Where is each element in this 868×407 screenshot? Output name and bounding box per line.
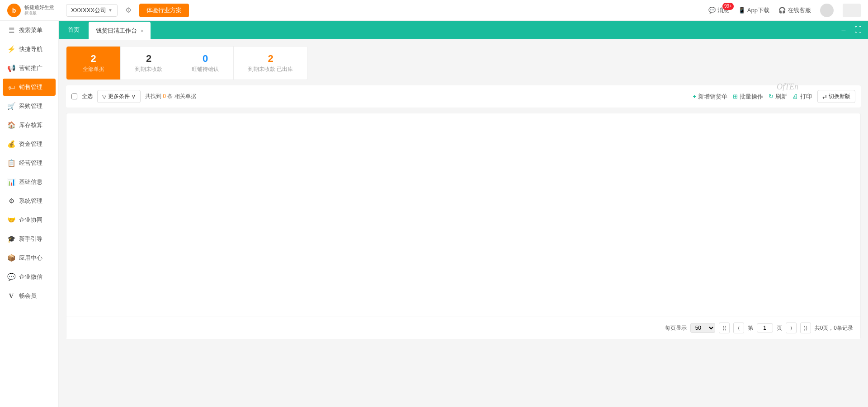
tab-active-label: 钱货日清工作台 — [96, 27, 137, 35]
prev-page-button[interactable]: ⟨ — [733, 323, 744, 333]
page-label: 第 — [748, 324, 753, 332]
sidebar-item-wechat[interactable]: 💬 企业微信 — [0, 267, 58, 286]
select-all-label: 全选 — [82, 93, 93, 100]
messages-badge: 99+ — [722, 3, 734, 10]
plus-icon: + — [693, 93, 696, 100]
stat-number-overdue-out: 2 — [248, 53, 293, 65]
sidebar-item-label: 企业协同 — [19, 216, 42, 224]
sidebar-item-system[interactable]: ⚙ 系统管理 — [0, 192, 58, 211]
header-right: 💬 消息 99+ 📱 App下载 🎧 在线客服 — [708, 4, 861, 17]
sidebar-item-basic-info[interactable]: 📊 基础信息 — [0, 173, 58, 192]
sidebar-item-label: 应用中心 — [19, 254, 42, 262]
sidebar-item-search-menu[interactable]: ☰ 搜索菜单 — [0, 21, 58, 40]
sidebar-item-label: 资金管理 — [19, 140, 42, 148]
app-download-button[interactable]: 📱 App下载 — [738, 6, 769, 14]
sidebar-item-quick-nav[interactable]: ⚡ 快捷导航 — [0, 40, 58, 59]
operations-icon: 📋 — [7, 159, 15, 167]
sidebar-item-label: 采购管理 — [19, 102, 42, 110]
company-name: XXXXXX公司 — [71, 6, 106, 14]
per-page-label: 每页显示 — [665, 324, 687, 332]
trial-button[interactable]: 体验行业方案 — [139, 4, 189, 17]
sidebar-item-purchase[interactable]: 🛒 采购管理 — [0, 97, 58, 116]
online-service-button[interactable]: 🎧 在线客服 — [778, 6, 811, 14]
first-page-button[interactable]: ⟨⟨ — [719, 323, 730, 333]
user-menu[interactable] — [843, 4, 861, 17]
filter-dropdown-icon: ∨ — [132, 94, 136, 100]
avatar[interactable] — [820, 4, 834, 17]
watermark-text: OfTEn — [777, 82, 798, 92]
print-icon: 🖨 — [793, 93, 798, 100]
next-page-button[interactable]: ⟩ — [786, 323, 797, 333]
messages-button[interactable]: 💬 消息 99+ — [708, 6, 729, 14]
sidebar-item-member[interactable]: V 畅会员 — [0, 286, 58, 305]
sidebar-item-finance[interactable]: 💰 资金管理 — [0, 135, 58, 154]
table-area: 每页显示 50 10 20 100 ⟨⟨ ⟨ 第 页 ⟩ ⟩⟩ 共0页，0条记录 — [66, 113, 861, 339]
download-icon: 📱 — [738, 7, 745, 14]
stat-label-overdue: 到期未收款 — [135, 65, 162, 73]
stat-card-overdue[interactable]: 2 到期未收款 — [121, 47, 177, 80]
online-service-label: 在线客服 — [788, 6, 811, 14]
switch-new-version-button[interactable]: ⇄ 切换新版 — [817, 90, 855, 103]
finance-icon: 💰 — [7, 140, 15, 148]
stat-number-overdue: 2 — [135, 53, 162, 65]
tab-expand-button[interactable]: ⛶ — [853, 24, 863, 35]
sidebar-item-label: 营销推广 — [19, 64, 42, 72]
filter-icon: ▽ — [102, 94, 106, 100]
per-page-select[interactable]: 50 10 20 100 — [690, 323, 715, 333]
sidebar-item-app-center[interactable]: 📦 应用中心 — [0, 248, 58, 267]
tab-home[interactable]: 首页 — [59, 21, 89, 39]
tab-actions: – ⛶ — [838, 24, 868, 35]
print-label: 打印 — [800, 93, 812, 101]
app-download-label: App下载 — [747, 6, 769, 14]
batch-operation-button[interactable]: ⊞ 批量操作 — [733, 93, 763, 101]
sidebar-item-marketing[interactable]: 📢 营销推广 — [0, 59, 58, 78]
quick-nav-icon: ⚡ — [7, 45, 15, 53]
logo-icon: b — [7, 4, 21, 17]
refresh-icon: ↻ — [769, 93, 774, 100]
new-btn-label: 新增销货单 — [698, 93, 727, 101]
print-button[interactable]: 🖨 打印 — [793, 93, 812, 101]
page-suffix: 页 — [777, 324, 782, 332]
sidebar-item-label: 销售管理 — [19, 83, 42, 91]
tab-close-button[interactable]: × — [141, 28, 143, 33]
sidebar-item-label: 快捷导航 — [19, 45, 42, 53]
total-info: 共0页，0条记录 — [815, 324, 853, 332]
sidebar-item-label: 新手引导 — [19, 235, 42, 243]
filter-button[interactable]: ▽ 更多条件 ∨ — [97, 90, 141, 103]
switch-icon: ⇄ — [822, 94, 827, 100]
marketing-icon: 📢 — [7, 64, 15, 72]
sidebar-item-inventory[interactable]: 🏠 库存核算 — [0, 116, 58, 135]
wechat-icon: 💬 — [7, 273, 15, 281]
main-content: 2 全部单据 2 到期未收款 0 旺铺待确认 2 到期未收款 已出库 全选 ▽ … — [59, 39, 868, 407]
new-sale-button[interactable]: + 新增销货单 — [693, 93, 727, 101]
guide-icon: 🎓 — [7, 235, 15, 243]
tab-active[interactable]: 钱货日清工作台 × — [89, 22, 151, 40]
company-dropdown-arrow: ▼ — [108, 8, 113, 13]
service-icon: 🎧 — [778, 7, 786, 14]
settings-button[interactable]: ⚙ — [121, 3, 136, 18]
found-text: 共找到 0 条 相关单据 — [145, 93, 196, 100]
sidebar-item-label: 搜索菜单 — [19, 26, 42, 34]
found-count: 0 — [163, 93, 166, 99]
page-number-input[interactable] — [757, 323, 773, 332]
sidebar-item-operations[interactable]: 📋 经营管理 — [0, 154, 58, 173]
tab-minimize-button[interactable]: – — [838, 24, 849, 35]
logo-area: b 畅捷通好生意 标准版 — [7, 4, 66, 17]
last-page-button[interactable]: ⟩⟩ — [800, 323, 811, 333]
filter-label: 更多条件 — [108, 93, 130, 100]
stat-card-all[interactable]: 2 全部单据 — [66, 47, 121, 80]
stat-card-overdue-out[interactable]: 2 到期未收款 已出库 — [234, 47, 307, 80]
stat-card-pending[interactable]: 0 旺铺待确认 — [177, 47, 234, 80]
stat-number-all: 2 — [81, 53, 106, 65]
select-all-checkbox[interactable] — [71, 94, 77, 99]
sidebar-item-label: 畅会员 — [19, 292, 37, 300]
sidebar-item-label: 库存核算 — [19, 121, 42, 129]
sidebar-item-sales[interactable]: 🏷 销售管理 — [3, 79, 56, 96]
company-selector[interactable]: XXXXXX公司 ▼ — [66, 4, 118, 17]
sales-icon: 🏷 — [7, 84, 15, 91]
stat-number-pending: 0 — [192, 53, 219, 65]
sidebar-item-label: 基础信息 — [19, 178, 42, 186]
sidebar-item-guide[interactable]: 🎓 新手引导 — [0, 229, 58, 248]
refresh-button[interactable]: ↻ 刷新 — [769, 93, 787, 101]
sidebar-item-enterprise[interactable]: 🤝 企业协同 — [0, 211, 58, 229]
